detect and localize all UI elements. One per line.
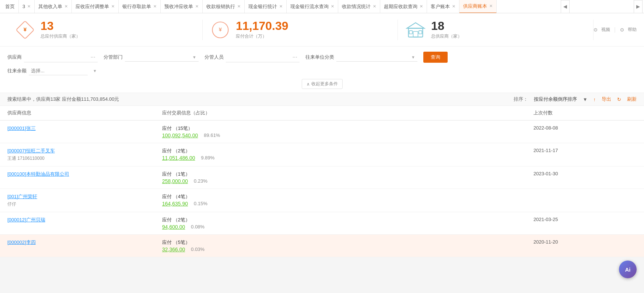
tab-cash-stat-label: 现金银行统计 [248, 3, 277, 10]
txn-count: （1笔） [173, 171, 190, 177]
close-icon[interactable]: ✕ [153, 4, 157, 9]
nav-tab-home[interactable]: 首页 [1, 0, 19, 13]
summary-card-total-suppliers: 18 总供应商（家） [398, 20, 593, 40]
supplier-dots-icon[interactable]: ··· [91, 54, 95, 61]
supplier-info-cell: [001]广州荣轩 仔仔 [7, 193, 162, 207]
txn-amount-row: 100,092,540.00 89.61% [162, 132, 533, 138]
close-icon[interactable]: ✕ [489, 4, 493, 8]
svg-marker-5 [407, 23, 424, 28]
txn-label: 应付 （15笔） [162, 125, 533, 132]
txn-percent: 0.08% [191, 224, 204, 230]
department-select[interactable]: ▼ [125, 53, 199, 62]
balance-label: 往来余额 [7, 68, 27, 74]
balance-select[interactable]: ▼ [29, 66, 88, 75]
txn-type: 应付 [162, 148, 172, 154]
supplier-input[interactable] [26, 54, 91, 60]
txn-amount[interactable]: 258,000.00 [162, 178, 188, 184]
category-select[interactable]: ▼ [336, 53, 417, 62]
supplier-label: 供应商 [7, 54, 22, 61]
nav-tab-bank[interactable]: 银行存取款单 ✕ [119, 0, 161, 13]
nav-tab-other-income[interactable]: 其他收入单 ✕ [35, 0, 72, 13]
close-icon[interactable]: ✕ [195, 4, 199, 9]
result-actions: 排序： 按应付余额倒序排序 ▼ ↑ 导出 ↻ 刷新 [514, 96, 637, 103]
nav-tab-supplier-ledger[interactable]: 供应商账本 ✕ [459, 0, 497, 13]
close-icon[interactable]: ✕ [27, 4, 31, 9]
txn-type: 应付 [162, 125, 172, 131]
query-button[interactable]: 查询 [423, 52, 448, 63]
tab-collect-stat-label: 收款情况统计 [342, 3, 371, 10]
person-dots-icon[interactable]: ··· [293, 54, 297, 61]
export-button[interactable]: 导出 [602, 96, 611, 103]
nav-prev-arrow[interactable]: ◀ [561, 0, 570, 13]
top-navigation: 首页 3 ✕ 其他收入单 ✕ 应收应付调整单 ✕ 银行存取款单 ✕ 预收冲应收单… [0, 0, 644, 13]
tab-collection-label: 收款核销执行 [206, 3, 235, 10]
close-icon[interactable]: ✕ [452, 4, 455, 9]
nav-tab-prepay[interactable]: 预收冲应收单 ✕ [161, 0, 203, 13]
txn-count: （5笔） [173, 239, 190, 245]
nav-tab-overdue[interactable]: 超期应收款查询 ✕ [380, 0, 427, 13]
sort-arrow-icon[interactable]: ▼ [583, 97, 588, 102]
payable-suppliers-label: 总应付供应商（家） [41, 33, 80, 39]
txn-percent: 89.61% [204, 132, 220, 138]
txn-percent: 0.03% [191, 247, 204, 252]
close-icon[interactable]: ✕ [331, 4, 334, 9]
table-row[interactable]: [001]广州荣轩 仔仔 应付 （4笔） 164,635.90 0.15% [0, 189, 644, 212]
nav-tab-cash-flow[interactable]: 现金银行流水查询 ✕ [287, 0, 338, 13]
txn-count: （15笔） [173, 125, 193, 131]
last-pay-cell: 2022-08-08 [533, 125, 637, 131]
balance-input[interactable] [31, 68, 93, 73]
nav-tab-customer-ledger[interactable]: 客户账本 ✕ [427, 0, 459, 13]
filter-balance: 往来余额 ▼ [7, 66, 88, 75]
total-amount-label: 应付合计（万） [236, 33, 288, 39]
txn-amount[interactable]: 11,051,486.00 [162, 155, 195, 161]
person-input[interactable] [228, 54, 293, 60]
table-row[interactable]: [000100]本特勤油品有限公司 应付 （1笔） 258,000.00 0.2… [0, 166, 644, 189]
close-icon[interactable]: ✕ [373, 4, 376, 9]
supplier-link[interactable]: [001]广州荣轩 [7, 193, 162, 200]
department-input[interactable] [127, 54, 192, 60]
header-supplier: 供应商信息 [7, 110, 162, 116]
top-right-links: ⊙ 视频 │ ⊙ 帮助 [594, 27, 637, 33]
collapse-button[interactable]: ∧ 收起更多条件 [302, 79, 343, 89]
txn-percent: 0.15% [194, 201, 207, 206]
nav-tab-collect-stat[interactable]: 收款情况统计 ✕ [338, 0, 380, 13]
table-row[interactable]: [000001]张三 应付 （15笔） 100,092,540.00 89.61… [0, 121, 644, 143]
help-link[interactable]: 帮助 [628, 27, 637, 33]
nav-tab-adjustment[interactable]: 应收应付调整单 ✕ [72, 0, 119, 13]
last-pay-date: 2021-03-25 [533, 217, 558, 222]
video-icon: ⊙ [594, 27, 598, 32]
txn-amount-row: 164,635.90 0.15% [162, 200, 533, 207]
video-link[interactable]: 视频 [601, 27, 610, 33]
txn-amount[interactable]: 164,635.90 [162, 201, 188, 207]
nav-tab-cash-stat[interactable]: 现金银行统计 ✕ [245, 0, 287, 13]
txn-amount-row: 11,051,486.00 9.89% [162, 154, 533, 161]
txn-amount[interactable]: 32,366.00 [162, 247, 185, 252]
category-arrow-icon: ▼ [411, 55, 415, 59]
category-input[interactable] [339, 54, 411, 60]
close-icon[interactable]: ✕ [111, 4, 115, 9]
close-icon[interactable]: ✕ [279, 4, 283, 9]
table-row[interactable]: [000012]广州贝瑞 应付 （2笔） 94,600.00 0.08% 202… [0, 212, 644, 235]
txn-amount[interactable]: 100,092,540.00 [162, 132, 198, 138]
last-pay-cell: 2021-03-25 [533, 217, 637, 222]
supplier-link[interactable]: [000007]恒旺二手叉车 [7, 148, 162, 154]
supplier-link[interactable]: [000100]本特勤油品有限公司 [7, 171, 162, 177]
table-row[interactable]: [000002]李四 应付 （5笔） 32,366.00 0.03% 2020-… [0, 235, 644, 257]
refresh-button[interactable]: 刷新 [627, 96, 637, 103]
close-icon[interactable]: ✕ [420, 4, 423, 9]
nav-tab-3[interactable]: 3 ✕ [19, 0, 35, 13]
supplier-link[interactable]: [000002]李四 [7, 239, 162, 246]
sort-value[interactable]: 按应付余额倒序排序 [534, 96, 577, 103]
last-pay-cell: 2020-11-20 [533, 239, 637, 245]
nav-tab-collection[interactable]: 收款核销执行 ✕ [203, 0, 245, 13]
tab-supplier-ledger-label: 供应商账本 [463, 3, 487, 10]
close-icon[interactable]: ✕ [64, 4, 68, 9]
svg-rect-6 [413, 31, 418, 37]
table-row[interactable]: [000007]恒旺二手叉车 王通 17106110000 应付 （2笔） 11… [0, 143, 644, 166]
supplier-link[interactable]: [000001]张三 [7, 125, 162, 132]
supplier-link[interactable]: [000012]广州贝瑞 [7, 217, 162, 223]
header-transaction: 应付交易信息（占比） [162, 110, 533, 116]
txn-amount[interactable]: 94,600.00 [162, 224, 185, 230]
nav-next-arrow[interactable]: ▶ [634, 0, 643, 13]
close-icon[interactable]: ✕ [237, 4, 241, 9]
